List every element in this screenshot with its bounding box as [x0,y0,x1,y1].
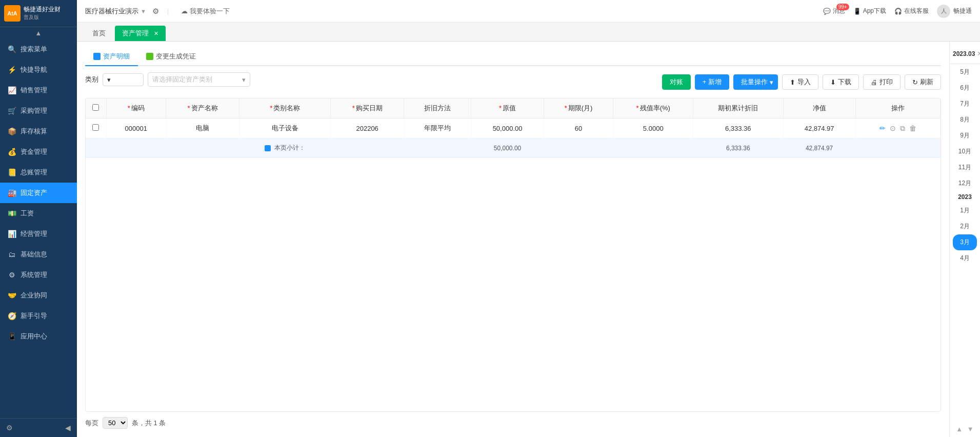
month-3[interactable]: 3月 [953,234,977,250]
subtotal-row: 本页小计： 50,000.00 6,333.36 42,874.97 [86,138,941,158]
feedback-btn[interactable]: ☁ 我要体验一下 [181,7,230,16]
collapse-icon[interactable]: ◀ [65,424,71,432]
tab-home[interactable]: 首页 [85,26,113,41]
company-selector[interactable]: 医疗器械行业演示 ▼ [85,7,146,16]
sidebar-item-purchase[interactable]: 🛒 采购管理 [0,101,77,121]
sidebar-item-app-center[interactable]: 📱 应用中心 [0,326,77,347]
toolbar-right: 对账 + 新增 批量操作 ▾ ⬆ 导入 ⬇ 下载 [662,74,941,90]
service-icon: 🎧 [894,8,902,15]
feedback-icon: ☁ [181,7,188,15]
month-7[interactable]: 7月 [950,96,980,112]
edit-icon[interactable]: ✏ [879,124,886,132]
sidebar-item-operations[interactable]: 📊 经营管理 [0,224,77,244]
settings-btn[interactable]: ⚙ [152,7,159,16]
table-header-row: *编码 *资产名称 *类别名称 *购买日期 折旧方法 *原值 *期限(月) *残… [86,98,941,118]
topbar-right: 💬 消息 99+ 📱 App下载 🎧 在线客服 人 畅捷通 [823,5,972,18]
col-residual-rate: *残值率(%) [613,98,693,118]
col-action: 操作 [855,98,940,118]
sidebar-item-finance[interactable]: 💰 资金管理 [0,142,77,162]
month-4[interactable]: 4月 [950,250,980,266]
current-period-label: 2023.03 [953,50,975,57]
month-6[interactable]: 6月 [950,80,980,96]
month-11[interactable]: 11月 [950,160,980,175]
asset-category-arrow: ▾ [242,76,246,84]
panel-up-icon[interactable]: ▲ [956,425,963,433]
system-icon: ⚙ [7,271,16,279]
user-area[interactable]: 人 畅捷通 [937,5,972,18]
sub-tab-asset-detail[interactable]: 资产明细 [85,48,138,66]
subtotal-net-value: 42,874.97 [783,138,855,158]
duplicate-icon[interactable]: ⧉ [900,124,905,133]
guide-icon: 🧭 [7,312,16,320]
month-2[interactable]: 2月 [950,218,980,234]
basic-info-icon: 🗂 [7,250,16,259]
col-net-value: 净值 [783,98,855,118]
cell-residual-rate: 5.0000 [613,118,693,138]
sidebar-item-inventory[interactable]: 📦 库存核算 [0,121,77,142]
sidebar-item-quick-nav[interactable]: ⚡ 快捷导航 [0,59,77,80]
sidebar-item-sales[interactable]: 📈 销售管理 [0,80,77,101]
sidebar-item-enterprise[interactable]: 🤝 企业协同 [0,285,77,306]
toolbar: 类别 ▾ 请选择固定资产类别 ▾ 对账 + 新增 [85,72,941,92]
purchase-icon: 🛒 [7,107,16,115]
tab-asset-management[interactable]: 资产管理 ✕ [115,26,166,41]
sidebar-item-ledger[interactable]: 📒 总账管理 [0,162,77,183]
app-download-btn[interactable]: 📱 App下载 [853,7,886,15]
logo-text-area: 畅捷通好业财 普及版 [24,6,61,21]
import-button[interactable]: ⬆ 导入 [782,74,818,90]
quick-nav-icon: ⚡ [7,66,16,74]
inventory-icon: 📦 [7,127,16,135]
online-service-btn[interactable]: 🎧 在线客服 [894,7,929,15]
filter-label: 类别 [85,75,98,84]
tab-close-icon[interactable]: ✕ [154,30,158,36]
new-button[interactable]: + 新增 [695,74,729,90]
message-btn[interactable]: 💬 消息 99+ [823,7,845,15]
row-select-checkbox[interactable] [92,124,99,131]
settings-icon[interactable]: ⚙ [6,424,13,432]
sub-tabs: 资产明细 变更生成凭证 [85,48,941,66]
cell-category: 电子设备 [239,118,331,138]
panel-expand-icon[interactable]: ✕ [975,48,980,59]
page-size-select[interactable]: 50 [103,417,128,429]
reconcile-button[interactable]: 对账 [662,74,691,90]
month-10[interactable]: 10月 [950,144,980,160]
asset-category-select[interactable]: 请选择固定资产类别 ▾ [148,72,250,87]
page-area: 资产明细 变更生成凭证 类别 ▾ 请选择固定资产类别 ▾ [77,42,949,437]
sidebar-item-search[interactable]: 🔍 搜索菜单 [0,39,77,59]
panel-down-icon[interactable]: ▼ [967,425,974,433]
copy-icon[interactable]: ⊙ [890,124,896,132]
month-8[interactable]: 8月 [950,112,980,128]
month-9[interactable]: 9月 [950,128,980,144]
sidebar-item-fixed-assets[interactable]: 🏭 固定资产 [0,183,77,203]
sub-tab-voucher-generation[interactable]: 变更生成凭证 [138,48,204,66]
app-name: 畅捷通好业财 [24,6,61,14]
app-center-icon: 📱 [7,332,16,341]
cell-name: 电脑 [166,118,239,138]
sidebar-item-guide[interactable]: 🧭 新手引导 [0,306,77,326]
month-5[interactable]: 5月 [950,64,980,80]
batch-ops-button[interactable]: 批量操作 ▾ [733,74,778,90]
sidebar-item-salary[interactable]: 💵 工资 [0,203,77,224]
refresh-button[interactable]: ↻ 刷新 [905,74,941,90]
sidebar-item-system[interactable]: ⚙ 系统管理 [0,265,77,285]
scroll-up-btn[interactable]: ▲ [0,27,77,39]
delete-icon[interactable]: 🗑 [909,124,916,132]
month-1[interactable]: 1月 [950,203,980,218]
company-dropdown-icon: ▼ [141,8,146,14]
month-12[interactable]: 12月 [950,175,980,191]
main-area: 医疗器械行业演示 ▼ ⚙ | ☁ 我要体验一下 💬 消息 99+ 📱 App下载… [77,0,980,437]
company-name: 医疗器械行业演示 [85,7,138,16]
cell-net-value: 42,874.97 [783,118,855,138]
subtotal-original-value: 50,000.00 [471,138,544,158]
asset-category-placeholder: 请选择固定资产类别 [152,75,212,84]
print-button[interactable]: 🖨 打印 [863,74,901,90]
pagination: 每页 50 条，共 1 条 [85,412,941,431]
col-name: *资产名称 [166,98,239,118]
select-all-checkbox[interactable] [92,104,99,111]
sidebar: AtA 畅捷通好业财 普及版 ▲ 🔍 搜索菜单 ⚡ 快捷导航 📈 销售管理 🛒 … [0,0,77,437]
category-filter[interactable]: ▾ [103,73,144,86]
col-initial-depreciation: 期初累计折旧 [693,98,784,118]
download-button[interactable]: ⬇ 下载 [823,74,859,90]
sidebar-item-basic-info[interactable]: 🗂 基础信息 [0,244,77,265]
ledger-icon: 📒 [7,168,16,176]
